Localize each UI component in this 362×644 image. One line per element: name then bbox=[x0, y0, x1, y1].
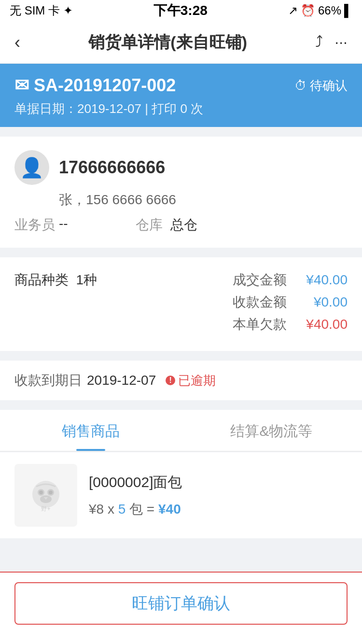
tabs-bar: 销售商品 结算&物流等 bbox=[0, 410, 362, 451]
tab-sales-products[interactable]: 销售商品 bbox=[0, 410, 181, 451]
salesperson-info: 业务员 -- bbox=[14, 216, 68, 234]
overdue-text: 已逾期 bbox=[178, 372, 216, 389]
due-date-card: 收款到期日 2019-12-07 ! 已逾期 bbox=[0, 361, 362, 400]
amount-list: 成交金额 ¥40.00 收款金额 ¥0.00 本单欠款 ¥40.00 bbox=[233, 271, 348, 337]
customer-info: 业务员 -- 仓库 总仓 bbox=[14, 216, 348, 234]
customer-name: 张，156 6666 6666 bbox=[59, 191, 348, 209]
svg-text:野+: 野+ bbox=[41, 505, 50, 512]
battery-label: 66% bbox=[318, 4, 341, 17]
equals-symbol: = bbox=[147, 502, 158, 517]
product-types-value: 1种 bbox=[76, 272, 97, 287]
product-price-row: ¥8 x 5 包 = ¥40 bbox=[89, 500, 348, 518]
status-left: 无 SIM 卡 ✦ bbox=[10, 3, 73, 18]
avatar-icon: 👤 bbox=[20, 156, 44, 179]
product-info: [0000002]面包 ¥8 x 5 包 = ¥40 bbox=[89, 473, 348, 518]
product-name: [0000002]面包 bbox=[89, 473, 348, 492]
bottom-bar: 旺铺订单确认 bbox=[0, 572, 362, 644]
nav-bar: ‹ 销货单详情(来自旺铺) ⤴ ··· bbox=[0, 21, 362, 64]
owed-label: 本单欠款 bbox=[233, 315, 287, 334]
customer-phone: 17666666666 bbox=[59, 157, 165, 178]
unit-label: 包 bbox=[129, 502, 143, 517]
warehouse-info: 仓库 总仓 bbox=[136, 216, 197, 234]
product-count: 商品种类 1种 bbox=[14, 271, 97, 289]
unit-price: ¥8 bbox=[89, 502, 104, 517]
product-total: ¥40 bbox=[158, 502, 181, 517]
status-bar: 无 SIM 卡 ✦ 下午3:28 ↗ ⏰ 66% ▌ bbox=[0, 0, 362, 21]
warehouse-label: 仓库 bbox=[136, 216, 163, 234]
salesperson-value: -- bbox=[59, 216, 68, 234]
product-item: 野+ [0000002]面包 ¥8 x 5 包 = ¥40 bbox=[0, 452, 362, 538]
avatar: 👤 bbox=[14, 150, 49, 185]
received-label: 收款金额 bbox=[233, 293, 287, 311]
received-value: ¥0.00 bbox=[294, 294, 348, 310]
warehouse-value: 总仓 bbox=[170, 216, 197, 234]
product-qty: 5 bbox=[118, 502, 129, 517]
sim-label: 无 SIM 卡 ✦ bbox=[10, 3, 73, 18]
amount-row-owed: 本单欠款 ¥40.00 bbox=[233, 315, 348, 334]
overdue-dot-icon: ! bbox=[166, 376, 175, 385]
confirm-order-button[interactable]: 旺铺订单确认 bbox=[14, 582, 348, 625]
order-id: ✉ SA-20191207-002 bbox=[14, 75, 176, 96]
deal-amount-value: ¥40.00 bbox=[294, 272, 348, 288]
product-types-label: 商品种类 bbox=[14, 272, 69, 287]
location-icon: ↗ bbox=[288, 4, 298, 17]
status-clock-icon: ⏱ bbox=[294, 78, 307, 93]
owed-value: ¥40.00 bbox=[294, 317, 348, 332]
nav-actions: ⤴ ··· bbox=[315, 33, 348, 51]
svg-point-4 bbox=[49, 490, 53, 494]
customer-card: 👤 17666666666 张，156 6666 6666 业务员 -- 仓库 … bbox=[0, 137, 362, 248]
product-image: 野+ bbox=[14, 464, 77, 527]
order-meta: 单据日期：2019-12-07 | 打印 0 次 bbox=[14, 100, 348, 117]
product-list: 野+ [0000002]面包 ¥8 x 5 包 = ¥40 bbox=[0, 452, 362, 538]
order-icon: ✉ bbox=[14, 75, 29, 96]
deal-amount-label: 成交金额 bbox=[233, 271, 287, 289]
back-button[interactable]: ‹ bbox=[14, 32, 20, 53]
page-title: 销货单详情(来自旺铺) bbox=[88, 31, 247, 54]
multiply-symbol: x bbox=[108, 502, 118, 517]
product-thumbnail: 野+ bbox=[27, 476, 65, 515]
amount-row-deal: 成交金额 ¥40.00 bbox=[233, 271, 348, 289]
alarm-icon: ⏰ bbox=[301, 4, 315, 17]
svg-point-3 bbox=[39, 490, 43, 494]
due-date-value: 2019-12-07 bbox=[87, 373, 156, 388]
overdue-badge: ! 已逾期 bbox=[166, 372, 216, 389]
due-date-label: 收款到期日 bbox=[14, 371, 82, 390]
status-time: 下午3:28 bbox=[153, 1, 208, 20]
order-header-card: ✉ SA-20191207-002 ⏱ 待确认 单据日期：2019-12-07 … bbox=[0, 64, 362, 127]
more-button[interactable]: ··· bbox=[334, 33, 348, 51]
tab-settlement-logistics[interactable]: 结算&物流等 bbox=[181, 410, 362, 451]
status-right: ↗ ⏰ 66% ▌ bbox=[288, 4, 352, 17]
order-status: ⏱ 待确认 bbox=[294, 77, 348, 94]
summary-card: 商品种类 1种 成交金额 ¥40.00 收款金额 ¥0.00 本单欠款 ¥40.… bbox=[0, 257, 362, 351]
share-button[interactable]: ⤴ bbox=[315, 33, 323, 51]
battery-icon: ▌ bbox=[344, 4, 352, 17]
amount-row-received: 收款金额 ¥0.00 bbox=[233, 293, 348, 311]
salesperson-label: 业务员 bbox=[14, 216, 55, 234]
